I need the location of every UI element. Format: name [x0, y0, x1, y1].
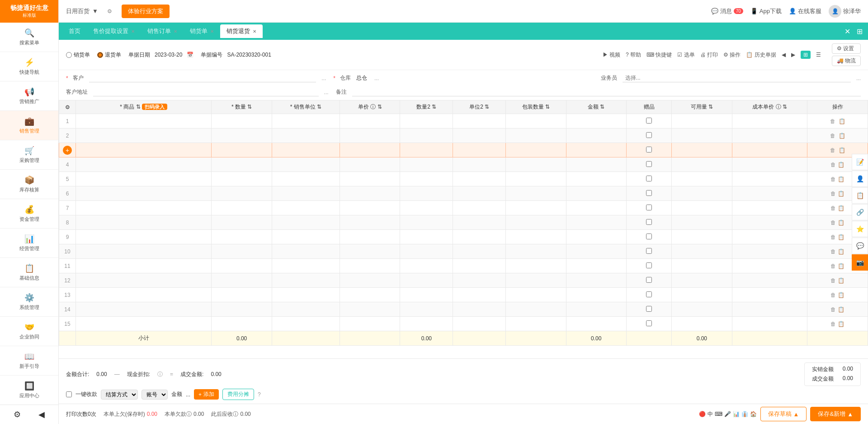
copy-btn[interactable]: 📋: [839, 133, 845, 139]
sales-unit-cell[interactable]: [272, 259, 340, 273]
cost-unit-price-cell[interactable]: [732, 288, 807, 302]
unit2-cell[interactable]: [453, 288, 506, 302]
product-cell[interactable]: [76, 288, 212, 302]
cash-discount-info[interactable]: ⓘ: [157, 371, 163, 378]
quantity-cell[interactable]: [212, 273, 272, 288]
amount-cell[interactable]: [566, 230, 626, 244]
tab-sales-order-close[interactable]: ✕: [174, 29, 177, 34]
package-qty-cell[interactable]: [506, 215, 566, 230]
unit-price-cell[interactable]: [340, 230, 400, 244]
expand-tab-btn[interactable]: ⊞: [855, 26, 864, 37]
category-selector[interactable]: 日用百货 ▼: [66, 7, 98, 15]
quantity2-cell[interactable]: [400, 172, 453, 186]
unit-price-cell[interactable]: [340, 302, 400, 317]
sales-unit-cell[interactable]: [272, 172, 340, 186]
logistics-btn[interactable]: 🚚 物流: [832, 56, 861, 66]
available-cell[interactable]: [672, 157, 732, 172]
copy-btn[interactable]: 📋: [838, 162, 844, 168]
settings-footer-icon[interactable]: ⚙: [14, 410, 21, 419]
copy-btn[interactable]: 📋: [838, 306, 844, 313]
available-cell[interactable]: [672, 186, 732, 201]
quantity2-cell[interactable]: [400, 114, 453, 129]
product-cell[interactable]: [76, 259, 212, 273]
copy-btn[interactable]: 📋: [839, 118, 845, 124]
cost-unit-price-cell[interactable]: [732, 259, 807, 273]
close-tab-btn[interactable]: ✕: [843, 26, 852, 37]
delete-btn[interactable]: 🗑: [830, 176, 836, 182]
unit-price-cell[interactable]: [340, 201, 400, 215]
sidebar-item-system[interactable]: ⚙️ 系统管理: [0, 287, 58, 317]
gift-checkbox[interactable]: [646, 118, 652, 124]
quantity2-cell[interactable]: [400, 302, 453, 317]
staff-select-btn[interactable]: ...: [856, 75, 861, 81]
th-quantity-sort[interactable]: ⇅: [247, 104, 252, 110]
copy-btn[interactable]: 📋: [838, 292, 844, 298]
tab-price-settings[interactable]: 售价提取设置 ✕: [87, 24, 141, 38]
gift-checkbox[interactable]: [646, 161, 652, 167]
sales-unit-cell[interactable]: [272, 157, 340, 172]
amount-cell[interactable]: [566, 259, 626, 273]
product-cell[interactable]: [76, 129, 212, 143]
tab-sales-return[interactable]: 销货退货 ✕: [220, 24, 263, 38]
product-cell[interactable]: [76, 273, 212, 288]
unit2-cell[interactable]: [453, 201, 506, 215]
product-cell[interactable]: [76, 172, 212, 186]
unit2-cell[interactable]: [453, 215, 506, 230]
quantity2-cell[interactable]: [400, 157, 453, 172]
quantity-cell[interactable]: [212, 129, 272, 143]
product-cell[interactable]: [76, 302, 212, 317]
grid-view-btn[interactable]: ⊞: [801, 51, 811, 59]
quantity2-cell[interactable]: [400, 215, 453, 230]
delete-btn[interactable]: 🗑: [830, 133, 835, 139]
package-qty-cell[interactable]: [506, 302, 566, 317]
tab-sales-return-close[interactable]: ✕: [253, 29, 256, 34]
unit-price-cell[interactable]: [340, 186, 400, 201]
address-input[interactable]: [93, 88, 319, 96]
unit-price-cell[interactable]: [340, 273, 400, 288]
amount-cell[interactable]: [566, 215, 626, 230]
package-qty-cell[interactable]: [506, 317, 566, 331]
staff-input[interactable]: [623, 74, 851, 82]
sales-unit-cell[interactable]: [272, 201, 340, 215]
calendar-icon[interactable]: 📅: [187, 52, 193, 58]
available-cell[interactable]: [672, 230, 732, 244]
quantity-cell-active[interactable]: [212, 143, 272, 157]
cost-unit-price-cell[interactable]: [732, 201, 807, 215]
tab-sales-order[interactable]: 销售订单 ✕: [141, 24, 184, 38]
gift-checkbox[interactable]: [646, 233, 652, 239]
quantity2-cell[interactable]: [400, 186, 453, 201]
help-btn[interactable]: ? 帮助: [626, 51, 641, 59]
side-quick-btn-3[interactable]: 📋: [852, 187, 868, 204]
sidebar-item-marketing[interactable]: 📢 营销推广: [0, 81, 58, 111]
quantity-cell[interactable]: [212, 186, 272, 201]
method-select[interactable]: 结算方式: [101, 390, 138, 400]
th-unit-price-sort[interactable]: ⇅: [377, 104, 382, 110]
warehouse-select-btn[interactable]: ...: [374, 75, 379, 81]
cost-unit-price-cell[interactable]: [732, 215, 807, 230]
package-qty-cell[interactable]: [506, 201, 566, 215]
side-quick-btn-2[interactable]: 👤: [852, 171, 868, 187]
cost-unit-price-cell[interactable]: [732, 230, 807, 244]
product-cell[interactable]: [76, 201, 212, 215]
input-icon-2[interactable]: 中: [708, 410, 713, 418]
unit2-cell[interactable]: [453, 157, 506, 172]
gift-checkbox[interactable]: [646, 262, 652, 268]
message-item[interactable]: 💬 消息 70: [711, 7, 743, 15]
gift-checkbox[interactable]: [646, 277, 652, 283]
unit2-cell[interactable]: [453, 302, 506, 317]
quantity-cell[interactable]: [212, 157, 272, 172]
cost-unit-price-cell[interactable]: [732, 186, 807, 201]
product-cell[interactable]: [76, 244, 212, 259]
gift-checkbox[interactable]: [646, 291, 652, 297]
one-click-checkbox[interactable]: [66, 391, 72, 397]
unit-price-cell[interactable]: [340, 157, 400, 172]
quantity2-cell[interactable]: [400, 230, 453, 244]
radio-sale[interactable]: 销货单: [66, 51, 90, 59]
th-package-qty-sort[interactable]: ⇅: [545, 104, 550, 110]
delete-btn[interactable]: 🗑: [830, 219, 836, 226]
customer-select-btn[interactable]: ...: [321, 75, 326, 81]
add-row-btn[interactable]: +: [63, 146, 72, 155]
trial-button[interactable]: 体验行业方案: [122, 5, 170, 18]
unit-price-cell[interactable]: [340, 244, 400, 259]
address-select-btn[interactable]: ...: [324, 89, 329, 95]
